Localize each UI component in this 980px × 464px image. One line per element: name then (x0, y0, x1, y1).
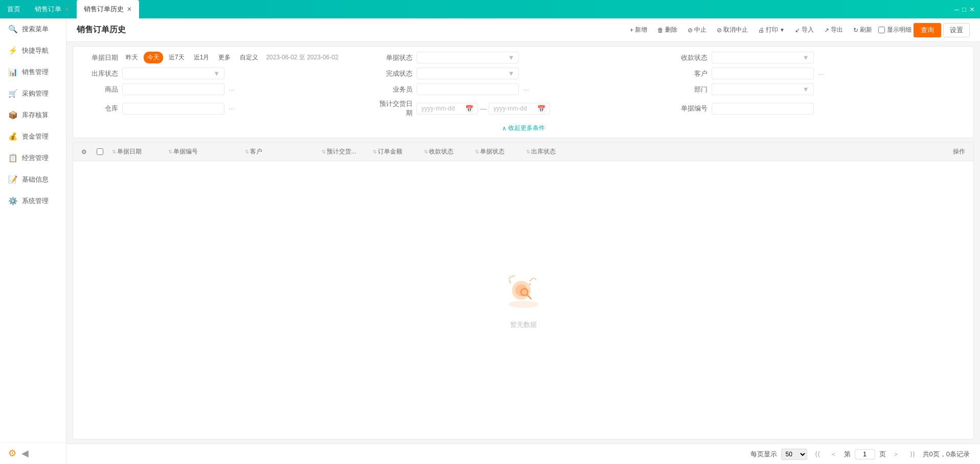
date-btn-more[interactable]: 更多 (215, 52, 234, 63)
btn-cancel-stop[interactable]: ⊘ 取消中止 (713, 24, 752, 36)
sidebar-item-search[interactable]: 🔍 搜索菜单 (0, 18, 66, 40)
display-detail-checkbox[interactable] (878, 27, 885, 33)
refresh-icon: ↻ (853, 27, 858, 34)
th-status[interactable]: ⇅ 单据状态 (472, 147, 523, 156)
sort-customer-icon: ⇅ (245, 149, 249, 154)
btn-refresh[interactable]: ↻ 刷新 (849, 24, 876, 36)
dept-select[interactable]: ▼ (712, 83, 814, 95)
customer-ellipsis[interactable]: ··· (816, 70, 826, 78)
th-checkbox[interactable] (94, 148, 109, 155)
btn-print[interactable]: 🖨 打印 ▼ (754, 24, 789, 36)
sidebar-item-operation[interactable]: 📋 经营管理 (0, 147, 66, 169)
sidebar-item-inventory[interactable]: 📦 库存核算 (0, 104, 66, 126)
date-range-text: 2023-06-02 至 2023-06-02 (266, 53, 338, 62)
product-ellipsis[interactable]: ··· (226, 85, 237, 94)
date-btn-today[interactable]: 今天 (144, 52, 163, 63)
salesperson-ellipsis[interactable]: ··· (521, 85, 531, 94)
sort-orderno-icon: ⇅ (168, 149, 172, 154)
warehouse-input[interactable] (122, 103, 224, 115)
th-receive[interactable]: ⇅ 收款状态 (421, 147, 472, 156)
first-page-btn[interactable]: ⟨⟨ (811, 448, 824, 460)
product-input[interactable] (122, 83, 224, 95)
customer-label: 客户 (671, 69, 712, 78)
sales-icon: 📊 (8, 68, 18, 77)
expected-date-end[interactable]: yyyy-mm-dd 📅 (489, 103, 550, 115)
order-status-select[interactable]: ▼ (417, 52, 519, 63)
window-minimize[interactable]: ─ (954, 6, 959, 13)
out-status-select[interactable]: ▼ (122, 68, 224, 79)
receive-status-select[interactable]: ▼ (712, 52, 814, 63)
tab-sales-order[interactable]: 销售订单 ✕ (28, 0, 77, 18)
warehouse-label: 仓库 (81, 104, 122, 113)
salesperson-input[interactable] (417, 83, 519, 95)
svg-marker-5 (529, 282, 531, 285)
btn-add[interactable]: + 新增 (626, 24, 651, 36)
query-button[interactable]: 查询 (914, 23, 941, 37)
sidebar-collapse-btn[interactable]: ◀ (21, 448, 29, 459)
btn-stop[interactable]: ⊘ 中止 (683, 24, 711, 36)
date-btn-yesterday[interactable]: 昨天 (122, 52, 142, 63)
display-detail-checkbox-label[interactable]: 显示明细 (878, 26, 911, 34)
toolbar: + 新增 🗑 删除 ⊘ 中止 ⊘ 取消中止 🖨 打印 (626, 23, 970, 37)
page-label: 第 (844, 450, 851, 459)
tab-sales-order-history[interactable]: 销售订单历史 ✕ (77, 0, 139, 18)
sidebar-item-basic[interactable]: 📝 基础信息 (0, 169, 66, 190)
th-orderno[interactable]: ⇅ 单据编号 (165, 147, 242, 156)
date-btn-custom[interactable]: 自定义 (236, 52, 262, 63)
prev-page-btn[interactable]: ＜ (828, 448, 840, 460)
settings-button[interactable]: 设置 (943, 23, 970, 37)
sidebar-item-sales[interactable]: 📊 销售管理 (0, 61, 66, 83)
per-page-label: 每页显示 (750, 450, 777, 459)
page-header: 销售订单历史 + 新增 🗑 删除 ⊘ 中止 ⊘ 取消中止 (66, 18, 980, 42)
sidebar-item-system[interactable]: ⚙️ 系统管理 (0, 190, 66, 212)
pagination: 每页显示 50 20 100 ⟨⟨ ＜ 第 页 ＞ ⟩⟩ 共0页，0条记录 (66, 444, 980, 464)
total-label: 共0页，0条记录 (923, 450, 970, 459)
tab-close-sales-order[interactable]: ✕ (64, 6, 70, 13)
per-page-select[interactable]: 50 20 100 (781, 449, 807, 460)
page-input[interactable] (855, 449, 875, 459)
btn-export[interactable]: ↗ 导出 (820, 24, 847, 36)
chevron-up-icon: ∧ (502, 125, 507, 132)
sidebar-settings-btn[interactable]: ⚙ (8, 448, 16, 459)
window-maximize[interactable]: □ (962, 6, 966, 13)
btn-delete[interactable]: 🗑 删除 (653, 24, 681, 36)
date-btn-1month[interactable]: 近1月 (190, 52, 213, 63)
warehouse-field: ··· (122, 103, 376, 115)
collapse-btn[interactable]: ∧ 收起更多条件 (81, 122, 965, 132)
th-customer[interactable]: ⇅ 客户 (242, 147, 318, 156)
select-all-checkbox[interactable] (97, 148, 103, 155)
th-delivery[interactable]: ⇅ 预计交货... (318, 147, 370, 156)
sidebar-item-finance[interactable]: 💰 资金管理 (0, 126, 66, 147)
window-controls: ─ □ ✕ (954, 6, 980, 13)
tab-home[interactable]: 首页 (0, 0, 28, 18)
order-no-input[interactable] (712, 103, 814, 115)
date-input-pair: yyyy-mm-dd 📅 — yyyy-mm-dd 📅 (417, 103, 550, 115)
stop-icon: ⊘ (688, 27, 693, 34)
th-date[interactable]: ⇅ 单据日期 (109, 147, 165, 156)
date-btn-7days[interactable]: 近7天 (165, 52, 188, 63)
expected-date-start[interactable]: yyyy-mm-dd 📅 (417, 103, 478, 115)
sidebar-bottom: ⚙ ◀ (0, 442, 66, 464)
customer-input[interactable] (712, 68, 814, 79)
operation-icon: 📋 (8, 153, 18, 163)
last-page-btn[interactable]: ⟩⟩ (906, 448, 919, 460)
tab-close-history[interactable]: ✕ (127, 6, 132, 13)
add-icon: + (630, 27, 633, 34)
order-no-label: 单据编号 (671, 104, 712, 113)
complete-status-label: 完成状态 (376, 69, 417, 78)
table-header: ⚙ ⇅ 单据日期 ⇅ 单据编号 ⇅ 客户 ⇅ (73, 143, 973, 161)
empty-illustration (498, 271, 549, 312)
filter-row-2: 出库状态 ▼ 完成状态 ▼ 客户 ··· (81, 68, 965, 79)
th-outstatus[interactable]: ⇅ 出库状态 (523, 147, 574, 156)
complete-status-select[interactable]: ▼ (417, 68, 519, 79)
next-page-btn[interactable]: ＞ (890, 448, 902, 460)
window-close[interactable]: ✕ (969, 6, 975, 13)
filter-area: 单据日期 昨天 今天 近7天 近1月 更多 自定义 2023-06-02 至 2… (73, 46, 974, 138)
warehouse-ellipsis[interactable]: ··· (226, 104, 237, 113)
th-amount[interactable]: ⇅ 订单金额 (370, 147, 421, 156)
btn-import[interactable]: ↙ 导入 (791, 24, 818, 36)
sidebar-item-quicknav[interactable]: ⚡ 快捷导航 (0, 40, 66, 61)
th-settings[interactable]: ⚙ (78, 148, 94, 156)
sidebar-item-purchase[interactable]: 🛒 采购管理 (0, 83, 66, 104)
dept-chevron-icon: ▼ (803, 85, 809, 93)
